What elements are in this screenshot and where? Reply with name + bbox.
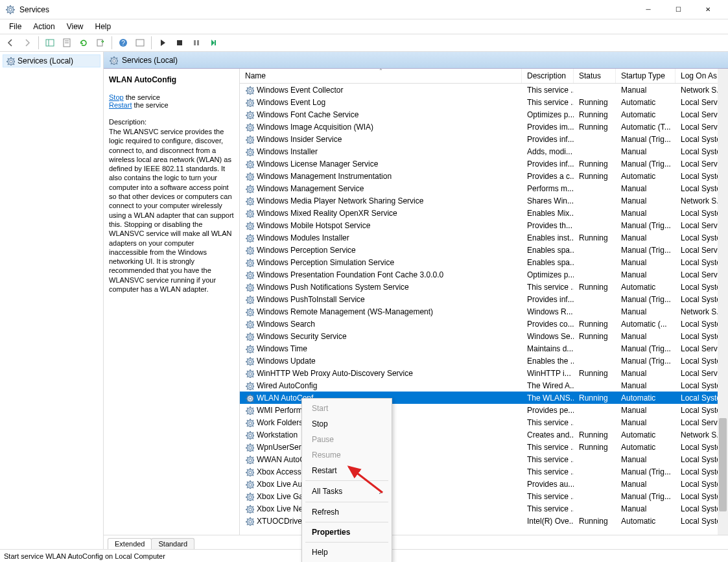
menu-help[interactable]: Help bbox=[90, 21, 117, 32]
menu-action[interactable]: Action bbox=[28, 21, 60, 32]
show-hide-tree-button[interactable] bbox=[42, 35, 58, 51]
service-row[interactable]: Windows Management ServicePerforms m...M… bbox=[240, 182, 728, 194]
restart-link[interactable]: Restart bbox=[109, 101, 132, 109]
cm-refresh[interactable]: Refresh bbox=[304, 504, 390, 520]
forward-button[interactable] bbox=[19, 35, 35, 51]
cm-resume: Resume bbox=[304, 447, 390, 463]
list-header: Name⌃ Description Status Startup Type Lo… bbox=[240, 69, 728, 84]
properties-button[interactable] bbox=[59, 35, 75, 51]
scrollbar-thumb[interactable] bbox=[719, 418, 727, 511]
cell-startup: Manual bbox=[616, 480, 675, 489]
service-row[interactable]: Windows License Manager ServiceProvides … bbox=[240, 158, 728, 170]
service-row[interactable]: Windows Event LogThis service ...Running… bbox=[240, 96, 728, 108]
service-row[interactable]: Windows UpdateEnables the ...Manual (Tri… bbox=[240, 355, 728, 367]
menu-file[interactable]: File bbox=[4, 21, 27, 32]
cm-stop[interactable]: Stop bbox=[304, 416, 390, 432]
col-status[interactable]: Status bbox=[574, 69, 616, 83]
tree-services-local[interactable]: Services (Local) bbox=[3, 54, 100, 67]
cell-desc: This service ... bbox=[522, 98, 574, 107]
cell-name: Windows Media Player Network Sharing Ser… bbox=[240, 196, 522, 205]
cell-name: Windows Perception Simulation Service bbox=[240, 258, 522, 267]
toolbar: ? bbox=[0, 34, 728, 52]
gear-icon bbox=[245, 196, 254, 205]
help2-button[interactable] bbox=[132, 35, 148, 51]
context-menu[interactable]: Start Stop Pause Resume Restart All Task… bbox=[301, 398, 392, 562]
service-row[interactable]: Windows Image Acquisition (WIA)Provides … bbox=[240, 121, 728, 133]
gear-icon bbox=[245, 233, 254, 242]
cell-startup: Manual bbox=[616, 406, 675, 415]
gear-icon bbox=[245, 172, 254, 181]
cell-desc: Provides inf... bbox=[522, 135, 574, 144]
service-row[interactable]: Windows Font Cache ServiceOptimizes p...… bbox=[240, 108, 728, 121]
cell-desc: Shares Win... bbox=[522, 196, 574, 205]
cell-name: Windows Perception Service bbox=[240, 246, 522, 255]
stop-service-button[interactable] bbox=[172, 35, 187, 51]
menu-view[interactable]: View bbox=[62, 21, 89, 32]
pause-service-button[interactable] bbox=[189, 35, 204, 51]
tab-extended[interactable]: Extended bbox=[108, 538, 152, 549]
service-row[interactable]: Windows Presentation Foundation Font Cac… bbox=[240, 268, 728, 281]
svg-rect-15 bbox=[97, 40, 102, 46]
svg-rect-10 bbox=[46, 40, 54, 46]
cell-startup: Manual (Trig... bbox=[616, 246, 675, 255]
cm-help[interactable]: Help bbox=[304, 544, 390, 560]
service-row[interactable]: Windows Insider ServiceProvides inf...Ma… bbox=[240, 133, 728, 145]
close-button[interactable]: ✕ bbox=[693, 0, 723, 19]
gear-icon bbox=[245, 307, 254, 316]
service-row[interactable]: Windows Mobile Hotspot ServiceProvides t… bbox=[240, 219, 728, 231]
service-row[interactable]: Windows SearchProvides co...RunningAutom… bbox=[240, 318, 728, 330]
cell-desc: Maintains d... bbox=[522, 344, 574, 353]
service-row[interactable]: Windows Security ServiceWindows Se...Run… bbox=[240, 330, 728, 342]
service-row[interactable]: Windows Management InstrumentationProvid… bbox=[240, 170, 728, 182]
tab-standard[interactable]: Standard bbox=[151, 538, 194, 549]
cell-startup: Manual bbox=[616, 270, 675, 279]
cm-restart[interactable]: Restart bbox=[304, 463, 390, 478]
service-row[interactable]: Windows InstallerAdds, modi...ManualLoca… bbox=[240, 145, 728, 158]
stop-link[interactable]: Stop bbox=[109, 93, 124, 101]
col-startup[interactable]: Startup Type bbox=[616, 69, 675, 83]
svg-rect-18 bbox=[136, 40, 144, 46]
refresh-button[interactable] bbox=[76, 35, 91, 51]
cell-status: Running bbox=[574, 369, 616, 378]
svg-text:?: ? bbox=[121, 40, 125, 47]
service-row[interactable]: Windows Perception Simulation ServiceEna… bbox=[240, 256, 728, 268]
service-row[interactable]: WinHTTP Web Proxy Auto-Discovery Service… bbox=[240, 367, 728, 379]
cm-all-tasks[interactable]: All Tasks bbox=[304, 483, 390, 500]
console-tree[interactable]: Services (Local) bbox=[0, 52, 104, 549]
cm-properties[interactable]: Properties bbox=[304, 524, 390, 540]
cell-desc: Provides im... bbox=[522, 123, 574, 132]
cell-desc: Enables the ... bbox=[522, 357, 574, 366]
service-row[interactable]: Windows PushToInstall ServiceProvides in… bbox=[240, 293, 728, 305]
cell-startup: Manual bbox=[616, 196, 675, 205]
gear-icon bbox=[245, 98, 254, 107]
service-row[interactable]: Wired AutoConfigThe Wired A...ManualLoca… bbox=[240, 379, 728, 392]
cell-desc: Provides au... bbox=[522, 480, 574, 489]
cell-desc: The WLANS... bbox=[522, 393, 574, 403]
service-row[interactable]: Windows Mixed Reality OpenXR ServiceEnab… bbox=[240, 207, 728, 219]
vertical-scrollbar[interactable] bbox=[718, 69, 728, 535]
cell-desc: Enables spa... bbox=[522, 246, 574, 255]
service-row[interactable]: Windows TimeMaintains d...Manual (Trig..… bbox=[240, 342, 728, 355]
cell-name: Windows Event Collector bbox=[240, 86, 522, 95]
service-row[interactable]: Windows Event CollectorThis service ...M… bbox=[240, 84, 728, 96]
export-button[interactable] bbox=[93, 35, 108, 51]
service-row[interactable]: Windows Media Player Network Sharing Ser… bbox=[240, 194, 728, 207]
service-row[interactable]: Windows Push Notifications System Servic… bbox=[240, 281, 728, 293]
maximize-button[interactable]: ☐ bbox=[663, 0, 693, 19]
svg-rect-22 bbox=[215, 40, 216, 45]
start-service-button[interactable] bbox=[155, 35, 170, 51]
restart-service-button[interactable] bbox=[205, 35, 221, 51]
minimize-button[interactable]: ─ bbox=[633, 0, 663, 19]
service-row[interactable]: Windows Modules InstallerEnables inst...… bbox=[240, 231, 728, 244]
back-button[interactable] bbox=[3, 35, 18, 51]
col-description[interactable]: Description bbox=[522, 69, 574, 83]
service-row[interactable]: Windows Remote Management (WS-Management… bbox=[240, 305, 728, 318]
service-row[interactable]: Windows Perception ServiceEnables spa...… bbox=[240, 244, 728, 256]
cell-startup: Manual (Trig... bbox=[616, 295, 675, 304]
help-button[interactable]: ? bbox=[115, 35, 131, 51]
gear-icon bbox=[245, 283, 254, 292]
gear-icon bbox=[245, 246, 254, 255]
cell-startup: Automatic bbox=[616, 517, 675, 526]
col-name[interactable]: Name⌃ bbox=[240, 69, 522, 83]
gear-icon bbox=[245, 406, 254, 415]
